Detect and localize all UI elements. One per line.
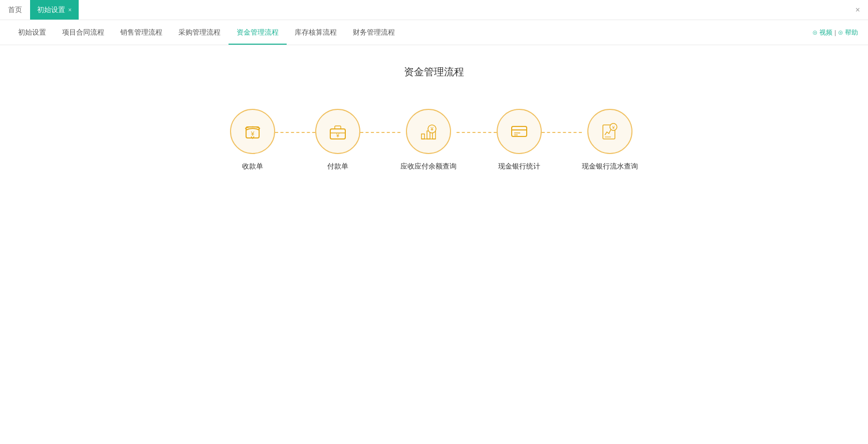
window-close-button[interactable]: × bbox=[847, 6, 868, 15]
cash-bank-stats-label: 现金银行统计 bbox=[498, 162, 540, 171]
receipt-svg: ¥ bbox=[241, 120, 264, 143]
nav-item-sales-management[interactable]: 销售管理流程 bbox=[112, 20, 170, 45]
payment-svg: ¥ bbox=[326, 120, 349, 143]
nav-item-inventory-calculation[interactable]: 库存核算流程 bbox=[287, 20, 345, 45]
flow-item-receipt[interactable]: ¥ 收款单 bbox=[230, 109, 275, 171]
svg-text:¥: ¥ bbox=[336, 132, 340, 138]
receipt-icon-circle: ¥ bbox=[230, 109, 275, 154]
active-tab-label: 初始设置 bbox=[37, 6, 65, 15]
nav-item-capital-management[interactable]: 资金管理流程 bbox=[229, 20, 287, 45]
main-content: 资金管理流程 ¥ 收款单 bbox=[0, 45, 868, 191]
cash-bank-stats-icon-circle bbox=[497, 109, 542, 154]
nav-item-purchase-management[interactable]: 采购管理流程 bbox=[170, 20, 229, 45]
payment-label: 付款单 bbox=[327, 162, 348, 171]
connector-3 bbox=[457, 132, 497, 133]
flow-item-ar-ap-balance[interactable]: ¥ 应收应付余额查询 bbox=[400, 109, 457, 171]
video-link[interactable]: ⊙ 视频 bbox=[812, 28, 832, 37]
nav-item-initial-setup[interactable]: 初始设置 bbox=[10, 20, 54, 45]
ar-ap-balance-label: 应收应付余额查询 bbox=[400, 162, 457, 171]
top-bar: 首页 初始设置 × × bbox=[0, 0, 868, 20]
connector-1 bbox=[275, 132, 315, 133]
cash-bank-flow-label: 现金银行流水查询 bbox=[582, 162, 638, 171]
nav-right-links: ⊙ 视频 | ⊙ 帮助 bbox=[812, 28, 858, 37]
ar-ap-svg: ¥ bbox=[417, 120, 440, 143]
cash-bank-flow-svg: ¥ bbox=[598, 120, 621, 143]
active-tab[interactable]: 初始设置 × bbox=[30, 0, 79, 20]
ar-ap-balance-icon-circle: ¥ bbox=[406, 109, 451, 154]
svg-rect-5 bbox=[421, 134, 424, 139]
tab-close-icon[interactable]: × bbox=[68, 7, 72, 14]
connector-4 bbox=[542, 132, 582, 133]
cash-bank-flow-icon-circle: ¥ bbox=[587, 109, 632, 154]
flow-container: ¥ 收款单 ¥ 付款单 bbox=[10, 109, 858, 171]
svg-text:¥: ¥ bbox=[430, 126, 433, 132]
home-tab[interactable]: 首页 bbox=[0, 0, 30, 20]
nav-bar: 初始设置 项目合同流程 销售管理流程 采购管理流程 资金管理流程 库存核算流程 … bbox=[0, 20, 868, 45]
cash-bank-stats-svg bbox=[508, 120, 531, 143]
nav-item-financial-management[interactable]: 财务管理流程 bbox=[345, 20, 403, 45]
connector-2 bbox=[360, 132, 400, 133]
nav-item-project-contract[interactable]: 项目合同流程 bbox=[54, 20, 112, 45]
svg-rect-11 bbox=[512, 126, 527, 136]
svg-text:¥: ¥ bbox=[611, 125, 615, 130]
page-title: 资金管理流程 bbox=[404, 65, 464, 79]
payment-icon-circle: ¥ bbox=[315, 109, 360, 154]
receipt-label: 收款单 bbox=[242, 162, 263, 171]
flow-item-cash-bank-flow[interactable]: ¥ 现金银行流水查询 bbox=[582, 109, 638, 171]
flow-item-cash-bank-stats[interactable]: 现金银行统计 bbox=[497, 109, 542, 171]
flow-item-payment[interactable]: ¥ 付款单 bbox=[315, 109, 360, 171]
help-link[interactable]: ⊙ 帮助 bbox=[838, 28, 858, 37]
